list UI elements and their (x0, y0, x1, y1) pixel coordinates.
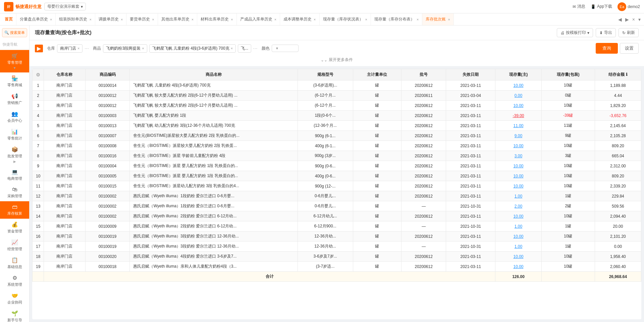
sidebar-item-marketing[interactable]: 📢 营销推广 (0, 90, 29, 108)
close-icon[interactable]: × (121, 17, 123, 21)
user-profile[interactable]: Ea demo2 (618, 2, 640, 11)
quick-nav-label: 快捷导航 (0, 40, 29, 48)
row-qty-main[interactable]: 10.00 (495, 101, 542, 111)
tab-home[interactable]: 首页 (1, 13, 16, 25)
sidebar-item-enterprise[interactable]: 🤝 企业协同 (0, 290, 29, 308)
row-qty-main[interactable]: 10.00 (495, 80, 542, 91)
sidebar-item-basic-info[interactable]: 📋 基础信息 (0, 254, 29, 272)
row-qty-main[interactable]: 2.00 (495, 201, 542, 211)
expand-more-btn[interactable]: ⌄⌄ 展开更多条件 (35, 57, 639, 63)
sidebar-item-finance[interactable]: 💰 资金管理 (0, 219, 29, 236)
row-qty-main[interactable]: 10.00 (495, 181, 542, 191)
sidebar-item-inventory[interactable]: 🗃 库存核算 (0, 201, 29, 219)
tab-next-icon[interactable]: ▶ (624, 16, 630, 23)
remove-warehouse-icon[interactable]: × (77, 46, 79, 50)
row-amount: 665.04 (595, 151, 641, 161)
row-qty-main[interactable]: 10.00 (495, 211, 542, 221)
row-qty-main[interactable]: 10.00 (495, 161, 542, 171)
row-qty-main[interactable]: 0.00 (495, 91, 542, 101)
filter-expand-btn[interactable]: ▶ (35, 45, 43, 52)
close-icon[interactable]: × (448, 17, 450, 21)
more-products-icon[interactable]: ··· (253, 46, 258, 51)
row-no: 16 (33, 231, 44, 241)
row-batch: 20200612 (401, 211, 446, 221)
row-batch: 20200612 (401, 161, 446, 171)
tab-qi-ta[interactable]: 其他出库单历史 × (158, 13, 197, 25)
close-icon[interactable]: × (314, 17, 316, 21)
close-icon[interactable]: × (417, 17, 419, 21)
table-row: 13 南岸门店 00100002 惠氏启赋（Wyeth illuma）1段奶粉 … (33, 201, 641, 211)
sidebar-item-retail-shop[interactable]: 🏪 零售商城 (0, 72, 29, 90)
template-print-btn[interactable]: 🖨 按模板打印 ▾ (557, 28, 593, 37)
row-qty-main[interactable]: 10.00 (495, 171, 542, 181)
tab-ku-pi-ci[interactable]: 库存批次账 × (422, 13, 453, 25)
tab-xian-cun-kzt[interactable]: 现存量（库存状况表） × (320, 13, 371, 25)
system-icon: ⚙ (12, 275, 17, 281)
tab-cheng-ben[interactable]: 成本调整单历史 × (280, 13, 319, 25)
batch-icon: 📦 (11, 146, 18, 153)
close-icon[interactable]: × (365, 17, 367, 21)
product-tag2[interactable]: 飞鹤星飞帆 儿童奶粉 4段(3-6岁适用) 700克 × (149, 44, 236, 53)
tab-close-icon[interactable]: × (631, 16, 636, 23)
row-qty-main[interactable]: -39.00 (495, 111, 542, 121)
sidebar-item-retail-stats[interactable]: 📊 零售统计 (0, 126, 29, 144)
message-btn[interactable]: ✉ 消息 (573, 4, 585, 9)
industry-select[interactable]: 母婴行业演示账套 ▾ (44, 3, 86, 10)
refresh-btn[interactable]: ↻ 刷新 (619, 28, 639, 37)
query-btn[interactable]: 查询 (596, 43, 618, 54)
row-spec: 900g (0-6... (298, 161, 353, 171)
close-icon[interactable]: × (152, 17, 154, 21)
sidebar-item-operations[interactable]: 📈 经营管理 (0, 236, 29, 254)
row-qty-main[interactable]: 11.00 (495, 121, 542, 131)
row-batch: 20200612 (401, 80, 446, 91)
tab-chan-pin[interactable]: 产成品入库单历史 × (237, 13, 280, 25)
close-icon[interactable]: × (274, 17, 276, 21)
tab-prev-icon[interactable]: ◀ (617, 16, 623, 23)
tab-xian-cun-fbt[interactable]: 现存量（库存分布表） × (371, 13, 422, 25)
row-qty-main[interactable]: 10.00 (495, 231, 542, 241)
app-download-btn[interactable]: 📱 App下载 (591, 4, 612, 9)
tab-zu-chai[interactable]: 组装拆卸单历史 × (56, 13, 95, 25)
row-qty-main[interactable]: 10.00 (495, 262, 542, 272)
row-qty-main[interactable]: 10.00 (495, 141, 542, 151)
search-menu-btn[interactable]: 🔍 搜索菜单 (2, 28, 27, 37)
row-qty-main[interactable]: 1.00 (495, 191, 542, 201)
sidebar-item-purchase[interactable]: 🛍 采购管理 (0, 184, 29, 201)
setting-icon[interactable]: ⚙ (36, 72, 40, 77)
sidebar-item-member[interactable]: 👥 会员中心 (0, 108, 29, 126)
product-tag1-text: 飞鹤奶粉3段两提装 (106, 46, 141, 51)
sidebar-item-new-guide[interactable]: 🌱 新手引导 (0, 308, 29, 322)
sidebar-item-batch-mgmt[interactable]: 📦 批发管理 ▶ (0, 144, 29, 166)
close-icon[interactable]: × (50, 17, 52, 21)
row-qty-main[interactable]: 1.00 (495, 241, 542, 252)
row-no: 3 (33, 101, 44, 111)
close-icon[interactable]: × (89, 17, 91, 21)
more-filters-icon[interactable]: ··· (85, 46, 89, 51)
sidebar-item-ecommerce[interactable]: 💻 电商管理 (0, 166, 29, 184)
remove-product2-icon[interactable]: × (231, 46, 233, 50)
row-qty-main[interactable]: 1.00 (495, 221, 542, 231)
row-spec: 900g (6-1... (298, 131, 353, 141)
tab-fen-pan[interactable]: 分量盘点单历史 × (16, 13, 56, 25)
export-btn[interactable]: ⬇ 导出 (596, 28, 616, 37)
row-spec: 3-6岁及7岁... (298, 252, 353, 262)
sidebar-item-system[interactable]: ⚙ 系统管理 (0, 272, 29, 290)
row-name: 惠氏启赋（Wyeth illuma）1段奶粉 爱尔兰进口 0-6月婴... (130, 191, 298, 201)
close-icon[interactable]: × (231, 17, 233, 21)
product-tag1[interactable]: 飞鹤奶粉3段两提装 × (103, 44, 147, 53)
close-icon[interactable]: × (192, 17, 194, 21)
row-qty-main[interactable]: 3.00 (495, 151, 542, 161)
row-no: 17 (33, 241, 44, 252)
tab-diao-bo[interactable]: 调拨单历史 × (95, 13, 126, 25)
row-qty-main[interactable]: 10.00 (495, 252, 542, 262)
warehouse-tag[interactable]: 南岸门店 × (57, 44, 83, 53)
product-tag3[interactable]: 飞... (238, 44, 251, 53)
remove-product1-icon[interactable]: × (142, 46, 144, 50)
color-dropdown[interactable]: ▾ (272, 45, 299, 52)
tab-cai-liao[interactable]: 材料出库单历史 × (197, 13, 236, 25)
row-qty-main[interactable]: 9.00 (495, 131, 542, 141)
set-btn[interactable]: 设置 (620, 43, 639, 54)
sidebar-item-retail-mgmt[interactable]: 🛒 零售管理 ▼ (0, 50, 29, 72)
tab-menu-icon[interactable]: ▾ (637, 16, 642, 23)
tab-yao-huo[interactable]: 要货单历史 × (126, 13, 158, 25)
